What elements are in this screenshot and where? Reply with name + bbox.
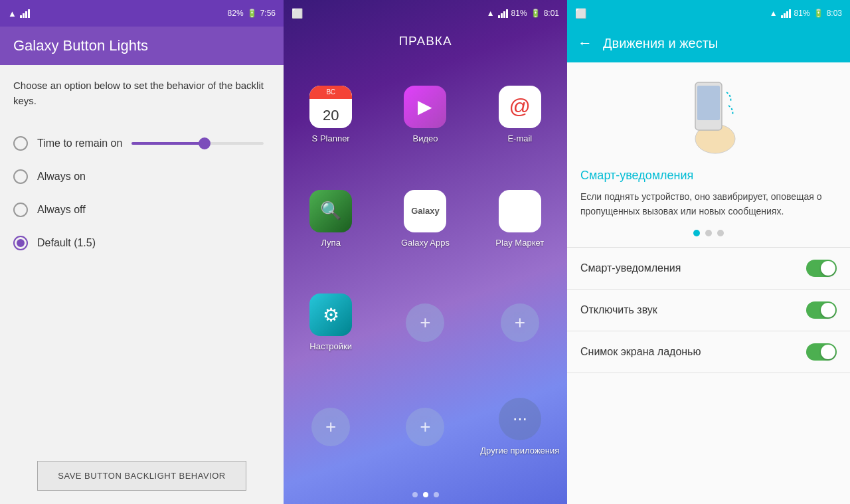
label-default: Default (1.5) (37, 237, 96, 249)
battery-icon3: 🔋 (813, 9, 823, 18)
panel2-header: ПРАВКА (284, 27, 567, 56)
toggle-knob-mute (821, 303, 835, 317)
add2-icon: + (501, 303, 539, 342)
phone-hand-svg (679, 72, 738, 159)
slider-fill (131, 142, 204, 145)
dot-1 (412, 492, 418, 497)
clock: 7:56 (260, 9, 276, 18)
galaxy-label: Galaxy Apps (401, 238, 450, 248)
radio-default[interactable] (13, 236, 28, 250)
option-always-on[interactable]: Always on (13, 160, 270, 193)
option-default[interactable]: Default (1.5) (13, 226, 270, 260)
panel1-statusbar: ▲ 82% 🔋 7:56 (0, 0, 284, 27)
panel1-description: Choose an option below to set the behavi… (13, 78, 270, 108)
battery-icon2: 🔋 (531, 9, 541, 18)
toggle-knob-smart (821, 261, 835, 276)
save-button[interactable]: SAVE BUTTON BACKLIGHT BEHAVIOR (37, 461, 246, 491)
cal-num: 20 (323, 107, 339, 124)
app-settings[interactable]: ⚙ Настройки (284, 271, 378, 375)
panel2-page-dots (284, 485, 567, 504)
radio-always-off[interactable] (13, 203, 28, 217)
dot-2 (423, 492, 428, 497)
gallery-icon: ⬜ (292, 8, 303, 19)
toggle-switch-smart[interactable] (806, 260, 837, 277)
app-add1[interactable]: + (378, 271, 472, 375)
toggle-switch-palm[interactable] (806, 343, 837, 361)
radio-always-on[interactable] (13, 169, 28, 184)
battery-percent3: 81% (794, 9, 810, 18)
settings-icon: ⚙ (309, 294, 352, 336)
app-galaxy[interactable]: Galaxy Galaxy Apps (378, 167, 472, 271)
toggle-row-palm[interactable]: Снимок экрана ладонью (567, 331, 850, 373)
indicator-dots (567, 230, 850, 247)
panel3-statusbar-right: ▲ 81% 🔋 8:03 (770, 9, 842, 18)
splanner-icon: ВС 20 (309, 86, 352, 128)
panel1-header: Galaxy Button Lights (0, 27, 284, 65)
panel3-header: ← Движения и жесты (567, 27, 850, 62)
clock3: 8:03 (827, 9, 842, 18)
app-add2[interactable]: + (473, 271, 567, 375)
dot-3 (434, 492, 439, 497)
panel2-home-screen: ⬜ ▲ 81% 🔋 8:01 ПРАВКА ВС 20 S Planner (284, 0, 567, 504)
settings-label: Настройки (309, 341, 352, 351)
lupa-label: Лупа (321, 238, 340, 248)
panel1-statusbar-left: ▲ (8, 9, 30, 19)
signal-icon2 (498, 9, 508, 18)
other-icon: ⋯ (499, 398, 541, 440)
add1-icon: + (406, 303, 444, 342)
app-title: Galaxy Button Lights (13, 37, 270, 54)
video-label: Видео (413, 133, 438, 143)
app-lupa[interactable]: 🔍 Лупа (284, 167, 378, 271)
signal-icon3 (781, 9, 791, 18)
panel2-statusbar-right: ▲ 81% 🔋 8:01 (487, 9, 559, 18)
toggle-switch-mute[interactable] (806, 301, 837, 319)
panel2-statusbar: ⬜ ▲ 81% 🔋 8:01 (284, 0, 567, 27)
ind-dot-3 (717, 230, 724, 236)
galaxy-icon: Galaxy (404, 190, 446, 232)
label-always-on: Always on (37, 171, 86, 183)
apps-grid: ВС 20 S Planner ▶ Видео @ E-mail 🔍 Лупа (284, 56, 567, 485)
toggle-row-mute[interactable]: Отключить звук (567, 290, 850, 331)
panel3-statusbar: ⬜ ▲ 81% 🔋 8:03 (567, 0, 850, 27)
slider-thumb[interactable] (199, 137, 211, 149)
feature-title: Смарт-уведомления (567, 169, 850, 189)
toggle-knob-palm (821, 345, 835, 359)
app-add4[interactable]: + (378, 375, 472, 479)
wifi-icon3: ▲ (770, 9, 778, 18)
toggle-label-smart: Смарт-уведомления (580, 262, 681, 274)
panel1-statusbar-right: 82% 🔋 7:56 (228, 9, 276, 18)
feature-desc: Если поднять устройство, оно завибрирует… (567, 189, 850, 230)
save-btn-container: SAVE BUTTON BACKLIGHT BEHAVIOR (0, 448, 284, 504)
option-always-off[interactable]: Always off (13, 193, 270, 226)
add4-icon: + (406, 408, 444, 446)
phone-illustration (567, 62, 850, 169)
add3-icon: + (311, 408, 350, 446)
email-icon: @ (499, 86, 541, 128)
slider-track[interactable] (131, 142, 264, 145)
battery-percent: 82% (228, 9, 244, 18)
app-play[interactable]: 🛍 Play Маркет (473, 167, 567, 271)
app-splanner[interactable]: ВС 20 S Planner (284, 62, 378, 167)
back-arrow[interactable]: ← (578, 35, 592, 52)
cal-day: ВС (309, 86, 352, 99)
other-label: Другие приложения (480, 446, 559, 456)
app-video[interactable]: ▶ Видео (378, 62, 472, 167)
app-add3[interactable]: + (284, 375, 378, 479)
ind-dot-2 (705, 230, 712, 236)
lupa-icon: 🔍 (309, 190, 352, 232)
option-time-remain[interactable]: Time to remain on (13, 127, 270, 160)
panel3-motions: ⬜ ▲ 81% 🔋 8:03 ← Движения и жесты (567, 0, 850, 504)
toggle-label-mute: Отключить звук (580, 304, 657, 316)
wifi-icon2: ▲ (487, 9, 495, 18)
battery-icon: 🔋 (247, 9, 257, 18)
divider-4 (567, 373, 850, 373)
radio-time-remain[interactable] (13, 136, 28, 151)
label-always-off: Always off (37, 204, 86, 216)
app-email[interactable]: @ E-mail (473, 62, 567, 167)
toggle-row-smart[interactable]: Смарт-уведомления (567, 248, 850, 289)
splanner-label: S Planner (312, 133, 350, 143)
panel1-content: Choose an option below to set the behavi… (0, 65, 284, 448)
play-icon: 🛍 (499, 190, 541, 232)
app-other[interactable]: ⋯ Другие приложения (473, 375, 567, 479)
panel3-statusbar-left: ⬜ (575, 8, 586, 19)
